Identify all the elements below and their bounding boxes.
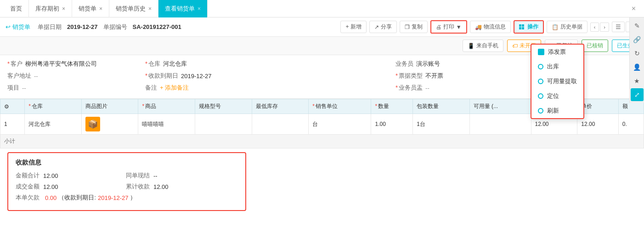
expand-sidebar-icon[interactable]: ⤢ [631, 88, 644, 101]
cell-pack-qty: 1台 [413, 114, 470, 135]
refresh-icon [538, 108, 543, 114]
tab-view-sales[interactable]: 查看销货单 × [158, 0, 208, 17]
owed-value: 0.00 [45, 194, 56, 201]
print-button[interactable]: 🖨 打印 ▼ [430, 20, 467, 34]
dropdown-add-invoice[interactable]: 添发票 [531, 45, 583, 59]
from-phone-button[interactable]: 📱 来自手机 [463, 40, 503, 52]
dropdown-locate[interactable]: 定位 [531, 89, 583, 103]
copy-button[interactable]: ❐ 复制 [400, 21, 428, 33]
payment-date-field: 收款到期日 2019-12-27 [145, 72, 386, 80]
deal-amount-label: 成交金额 [16, 182, 40, 191]
header-actions: + 新增 ↗ 分享 ❐ 复制 🖨 打印 ▼ 🚚 物流信息 [340, 20, 638, 34]
header-bar: ↩ 销货单 单据日期 2019-12-27 单据编号 SA-20191227-0… [0, 17, 644, 37]
deal-amount-value: 12.00 [43, 183, 58, 190]
total-amount-field: 金额合计 12.00 [16, 171, 107, 180]
col-product-img: 商品图片 [81, 99, 138, 114]
warehouse-label: 仓库 [145, 60, 160, 68]
tab-sales-order[interactable]: 销货单 × [72, 0, 109, 17]
tab-inventory-init[interactable]: 库存期初 × [29, 0, 72, 17]
doc-type-icon: ↩ 销货单 [6, 23, 30, 31]
warehouse-field: 仓库 河北仓库 [145, 60, 386, 68]
refresh-sidebar-icon[interactable]: ↻ [631, 47, 644, 60]
add-note-button[interactable]: + 添加备注 [160, 84, 189, 92]
dropdown-available-qty[interactable]: 可用量提取 [531, 74, 583, 89]
window-close-button[interactable]: × [627, 5, 640, 13]
tab-bar: 首页 库存期初 × 销货单 × 销货单历史 × 查看销货单 × × [0, 0, 644, 17]
out-warehouse-icon [538, 64, 543, 69]
staff-label: 业务员 [395, 60, 413, 68]
cell-spec [195, 114, 252, 135]
payment-date-value: 2019-12-27 [181, 73, 212, 80]
address-value: -- [34, 73, 38, 80]
locate-icon [538, 93, 543, 99]
operate-button[interactable]: 操作 [514, 20, 544, 34]
link-sidebar-icon[interactable]: 🔗 [631, 33, 644, 46]
logistics-button[interactable]: 🚚 物流信息 [470, 21, 511, 33]
cell-min-stock [252, 114, 309, 135]
owed-date: 2019-12-27 [98, 194, 129, 201]
dropdown-out-warehouse[interactable]: 出库 [531, 59, 583, 74]
add-button[interactable]: + 新增 [340, 21, 366, 33]
salesperson-value: -- [425, 85, 429, 91]
owed-end: ） [130, 194, 136, 202]
col-settings[interactable]: ⚙ [0, 99, 25, 114]
doc-meta: 单据日期 2019-12-27 单据编号 SA-20191227-001 [38, 23, 181, 31]
cell-amount: 0. [618, 114, 644, 135]
voided-button[interactable]: 已核销 [582, 40, 608, 52]
nav-arrows: ‹ › [590, 23, 609, 32]
number-label: 单据编号 [103, 23, 127, 31]
warehouse-value: 河北仓库 [163, 60, 187, 68]
cell-warehouse: 河北仓库 [25, 114, 82, 135]
list-view-button[interactable]: ☰ [612, 22, 625, 32]
close-sales-history[interactable]: × [148, 6, 152, 12]
date-value: 2019-12-27 [67, 23, 98, 30]
cumulative-label: 累计收款 [126, 182, 150, 191]
operate-dropdown: 添发票 出库 可用量提取 定位 刷新 [531, 44, 584, 119]
col-spec: 规格型号 [195, 99, 252, 114]
cell-product-img: 📦 [81, 114, 138, 135]
payment-row-3: 本单欠款 0.00 （收款到期日: 2019-12-27 ） [16, 194, 238, 202]
phone-icon: 📱 [468, 43, 475, 49]
right-sidebar: ✎ 🔗 ↻ 👤 ★ ⤢ [629, 17, 644, 103]
tab-home[interactable]: 首页 [4, 0, 29, 17]
available-qty-icon [538, 79, 543, 84]
project-value: -- [22, 85, 26, 91]
ticket-type-value: 不开票 [425, 72, 443, 80]
owed-field: 本单欠款 0.00 （收款到期日: 2019-12-27 ） [16, 194, 136, 202]
cumulative-field: 累计收款 12.00 [126, 182, 218, 191]
total-amount-value: 12.00 [43, 172, 58, 179]
edit-sidebar-icon[interactable]: ✎ [631, 19, 644, 32]
owed-label: 本单欠款 [16, 194, 43, 202]
number-value: SA-20191227-001 [133, 23, 181, 30]
copy-icon: ❐ [405, 24, 410, 30]
share-button[interactable]: ↗ 分享 [369, 21, 397, 33]
next-arrow[interactable]: › [600, 23, 609, 32]
staff-value: 演示账号 [416, 60, 440, 68]
cell-sales-unit: 台 [309, 114, 371, 135]
col-product: *商品 [138, 99, 195, 114]
prev-arrow[interactable]: ‹ [590, 23, 599, 32]
close-view-sales[interactable]: × [198, 6, 201, 12]
close-inventory-init[interactable]: × [62, 6, 65, 12]
salesperson-field: 业务员盂 -- [395, 84, 637, 92]
project-field: 项目 -- [7, 84, 136, 92]
user-sidebar-icon[interactable]: 👤 [631, 61, 644, 74]
deal-amount-field: 成交金额 12.00 [16, 182, 107, 191]
share-icon: ↗ [374, 24, 379, 30]
payment-date-label: 收款到期日 [145, 72, 178, 80]
dropdown-refresh[interactable]: 刷新 [531, 103, 583, 118]
same-order-field: 同单现结 -- [126, 171, 218, 180]
star-sidebar-icon[interactable]: ★ [631, 74, 644, 87]
col-available: 可用量 (... [469, 99, 531, 114]
tab-sales-history[interactable]: 销货单历史 × [109, 0, 158, 17]
customer-label: 客户 [7, 60, 23, 68]
table-section: ⚙ *仓库 商品图片 *商品 规格型号 最低库存 *销售单位 *数量 包装数量 … [0, 99, 644, 245]
history-button[interactable]: 📋 历史单据 [547, 21, 588, 33]
date-label: 单据日期 [38, 23, 62, 31]
payment-row-1: 金额合计 12.00 同单现结 -- [16, 171, 238, 180]
close-sales-order[interactable]: × [99, 6, 102, 12]
truck-icon: 🚚 [475, 24, 482, 30]
cell-quantity: 1.00 [371, 114, 413, 135]
col-pack-qty: 包装数量 [413, 99, 470, 114]
same-order-value: -- [153, 172, 158, 179]
